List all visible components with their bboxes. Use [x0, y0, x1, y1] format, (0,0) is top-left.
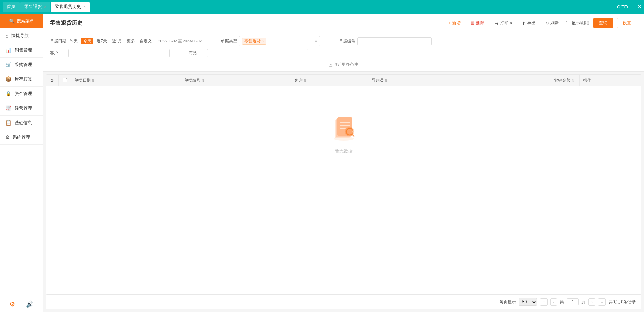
main-layout: 🔍 搜索菜单 ⌂ 快捷导航 📊 销售管理 🛒 采购管理 📦 库存核算 🔒 资金管… [0, 14, 644, 312]
goods-select[interactable]: ... [207, 49, 308, 57]
th-doc-date[interactable]: 单据日期 ⇅ [71, 75, 181, 86]
first-page-button[interactable]: « [540, 298, 548, 306]
tab-home[interactable]: 零售退货历史 首页 [3, 2, 20, 12]
app-brand: OfTEn [617, 4, 635, 9]
select-all-checkbox[interactable] [63, 78, 67, 82]
doc-type-label: 单据类型 [221, 38, 237, 44]
page-size-select[interactable]: 50 10 20 100 [519, 298, 537, 306]
date-btn-more[interactable]: 更多 [125, 38, 136, 44]
goods-label: 商品 [189, 50, 205, 56]
th-checkbox[interactable] [58, 75, 71, 86]
last-page-button[interactable]: » [598, 298, 606, 306]
doc-type-tag-close[interactable]: × [262, 39, 264, 43]
sidebar-item-label: 快捷导航 [11, 32, 29, 39]
search-icon: 🔍 [9, 19, 15, 24]
page-label: 第 [560, 299, 564, 305]
content-area: 零售退货历史 + 新增 🗑 删除 🖨 打印 ▾ ⬆ 导出 ↻ [43, 14, 644, 312]
sidebar-item-sales-mgmt[interactable]: 📊 销售管理 [0, 43, 43, 58]
sidebar-item-inventory-calc[interactable]: 📦 库存核算 [0, 72, 43, 87]
sidebar: 🔍 搜索菜单 ⌂ 快捷导航 📊 销售管理 🛒 采购管理 📦 库存核算 🔒 资金管… [0, 14, 43, 312]
prev-page-button[interactable]: ‹ [550, 298, 557, 306]
collapse-arrow-icon: △ [329, 62, 332, 67]
date-btn-7days[interactable]: 近7天 [95, 38, 109, 44]
sort-icon: ⇅ [201, 79, 204, 82]
refresh-icon: ↻ [545, 21, 549, 26]
lock-icon: 🔒 [5, 91, 12, 97]
sort-icon: ⇅ [304, 79, 306, 82]
clipboard-icon: 📋 [5, 120, 12, 126]
refresh-button[interactable]: ↻ 刷新 [543, 19, 562, 27]
sidebar-item-label: 经营管理 [15, 105, 32, 111]
sidebar-item-ops-mgmt[interactable]: 📈 经营管理 [0, 101, 43, 116]
tab-retail-return-history-close[interactable]: × [83, 5, 85, 9]
date-btn-1month[interactable]: 近1月 [111, 38, 124, 44]
date-btn-custom[interactable]: 自定义 [138, 38, 153, 44]
page-header: 零售退货历史 + 新增 🗑 删除 🖨 打印 ▾ ⬆ 导出 ↻ [43, 14, 644, 72]
top-bar: 零售退货历史 首页 零售退货 × 零售退货历史 × OfTEn × [0, 0, 644, 14]
delete-button[interactable]: 🗑 删除 [468, 19, 487, 27]
date-btn-yesterday[interactable]: 昨天 [68, 38, 79, 44]
th-doc-no[interactable]: 单据编号 ⇅ [181, 75, 291, 86]
print-dropdown-icon: ▾ [510, 21, 512, 26]
settings-icon[interactable]: ⚙ [9, 300, 15, 308]
date-range-value: 2023-06-02 至 2023-06-02 [158, 39, 202, 44]
pagination-bar: 每页显示 50 10 20 100 « ‹ 第 页 › » 共0页, 0条记录 [46, 295, 641, 309]
date-btn-today[interactable]: 今天 [81, 38, 93, 44]
settings-button[interactable]: 设置 [617, 18, 637, 28]
volume-icon[interactable]: 🔊 [26, 300, 33, 308]
tab-retail-return-close[interactable]: × [44, 5, 46, 9]
gear-icon: ⚙ [5, 134, 10, 140]
sidebar-bottom: ⚙ 🔊 [0, 296, 43, 312]
total-info: 共0页, 0条记录 [609, 299, 636, 305]
sidebar-item-basic-info[interactable]: 📋 基础信息 [0, 116, 43, 130]
sidebar-item-label: 系统管理 [13, 134, 30, 140]
page-size-label: 每页显示 [500, 299, 516, 305]
sidebar-search[interactable]: 🔍 搜索菜单 [0, 14, 43, 28]
add-button[interactable]: + 新增 [446, 19, 463, 27]
print-button[interactable]: 🖨 打印 ▾ [492, 19, 515, 27]
th-amount[interactable]: 实销金额 ⇅ [461, 75, 580, 86]
print-icon: 🖨 [494, 21, 499, 26]
sidebar-item-purchase-mgmt[interactable]: 🛒 采购管理 [0, 58, 43, 72]
doc-no-input[interactable] [357, 37, 432, 45]
page-number-input[interactable] [567, 298, 579, 305]
data-table: ⚙ 单据日期 ⇅ 单据编号 [46, 74, 641, 295]
doc-type-filter: 单据类型 零售退货 × ▾ [221, 36, 320, 46]
results-table: ⚙ 单据日期 ⇅ 单据编号 [46, 75, 641, 181]
doc-type-select[interactable]: 零售退货 × ▾ [239, 36, 320, 46]
sidebar-item-label: 基础信息 [15, 120, 32, 126]
window-close-button[interactable]: × [638, 3, 641, 10]
box-icon: 📦 [5, 76, 12, 82]
empty-state-cell: 暂无数据 [46, 86, 641, 181]
th-guide[interactable]: 导购员 ⇅ [368, 75, 461, 86]
th-settings[interactable]: ⚙ [46, 75, 58, 86]
table-header-row: ⚙ 单据日期 ⇅ 单据编号 [46, 75, 641, 86]
tab-retail-return-history[interactable]: 零售退货历史 × [51, 2, 89, 12]
th-customer[interactable]: 客户 ⇅ [291, 75, 368, 86]
cart-icon: 🛒 [5, 62, 12, 68]
sidebar-item-quick-nav[interactable]: ⌂ 快捷导航 [0, 28, 43, 43]
sidebar-item-finance-mgmt[interactable]: 🔒 资金管理 [0, 87, 43, 101]
collapse-button[interactable]: △ 收起更多条件 [50, 60, 637, 69]
customer-select[interactable]: ... [68, 49, 170, 57]
collapse-label: 收起更多条件 [334, 62, 358, 67]
home-icon: ⌂ [5, 33, 8, 39]
export-button[interactable]: ⬆ 导出 [519, 19, 539, 27]
sort-icon: ⇅ [571, 79, 574, 82]
doc-no-filter: 单据编号 [339, 37, 432, 45]
tab-retail-return[interactable]: 零售退货 × [20, 2, 50, 12]
display-detail-label: 显示明细 [572, 20, 589, 26]
customer-label: 客户 [50, 50, 66, 56]
date-label: 单据日期 [50, 38, 66, 44]
doc-type-dropdown-icon: ▾ [315, 39, 317, 44]
doc-type-tag: 零售退货 × [242, 38, 266, 45]
sidebar-search-label: 搜索菜单 [17, 18, 34, 24]
display-detail-checkbox[interactable]: 显示明细 [566, 20, 589, 26]
query-button[interactable]: 查询 [593, 18, 613, 28]
next-page-button[interactable]: › [588, 298, 595, 306]
display-detail-input[interactable] [566, 21, 570, 25]
sidebar-item-label: 采购管理 [15, 62, 32, 68]
sort-icon: ⇅ [385, 79, 387, 82]
empty-text: 暂无数据 [335, 148, 353, 154]
sidebar-item-sys-mgmt[interactable]: ⚙ 系统管理 [0, 130, 43, 145]
